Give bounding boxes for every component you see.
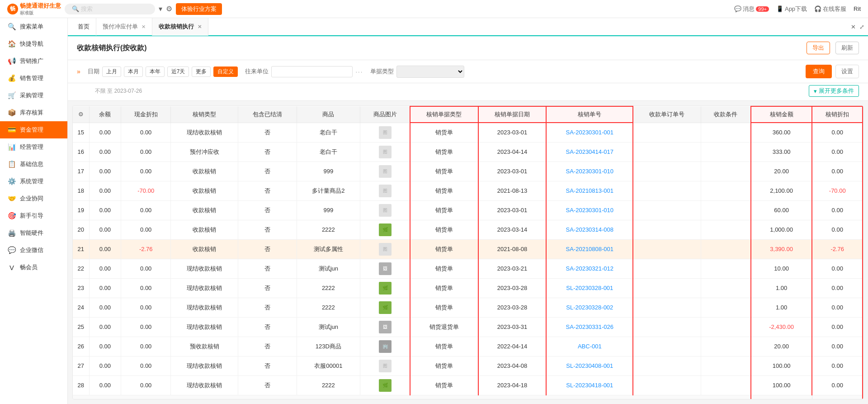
sidebar-item-wechat[interactable]: 💬 企业微信 [0, 242, 67, 259]
online-service-button[interactable]: 🎧 在线客服 [814, 5, 846, 13]
tab-close-receipt[interactable]: ✕ [198, 24, 202, 30]
export-button[interactable]: 导出 [807, 42, 830, 54]
sidebar-item-sales[interactable]: 💰 销售管理 [0, 70, 67, 87]
row-order-no [633, 259, 701, 278]
row-bill-date: 2023-03-31 [478, 317, 547, 337]
row-discount: 0.00 [812, 162, 863, 181]
refresh-button[interactable]: 刷新 [835, 42, 859, 54]
col-bill-date: 核销单据日期 [478, 106, 547, 123]
sidebar-item-finance[interactable]: 💳 资金管理 [0, 121, 67, 138]
row-type: 收款核销 [171, 220, 238, 239]
voucher-type-select[interactable] [396, 66, 464, 78]
col-settings[interactable]: ⚙ [73, 106, 89, 123]
date-7days-btn[interactable]: 近7天 [167, 67, 189, 77]
row-bill-no[interactable]: SA-20210813-001 [546, 181, 633, 200]
row-goods: 999 [297, 162, 360, 181]
row-balance: 0.00 [89, 200, 121, 220]
top-bar: 畅 畅捷通谱好生意 标准版 🔍 搜索 ▾ ⚙ 体验行业方案 💬 消息 99+ 📱… [0, 0, 868, 18]
table-row: 17 0.00 0.00 收款核销 否 999 图 销货单 2023-03-01… [73, 162, 863, 181]
sidebar-item-member[interactable]: V 畅会员 [0, 259, 67, 276]
row-goods: 多计量商品2 [297, 181, 360, 200]
filter-expand-icon[interactable]: » [77, 68, 80, 75]
tab-close-prepay[interactable]: ✕ [142, 24, 146, 30]
row-bill-no[interactable]: SL-20230328-001 [546, 278, 633, 298]
row-discount: 0.00 [812, 337, 863, 356]
footer-label [73, 395, 751, 399]
sidebar-item-collab[interactable]: 🤝 企业协同 [0, 190, 67, 207]
row-order-no [633, 317, 701, 337]
row-bill-no[interactable]: SL-20230418-001 [546, 375, 633, 395]
date-more-btn[interactable]: 更多 [192, 67, 211, 77]
sidebar-item-nav[interactable]: 🏠 快捷导航 [0, 35, 67, 52]
row-bill-no[interactable]: SA-20230321-012 [546, 259, 633, 278]
counterpart-more-icon[interactable]: ··· [355, 68, 363, 75]
date-range-text: 不限 至 2023-07-26 [95, 87, 142, 95]
sidebar-item-marketing[interactable]: 📢 营销推广 [0, 52, 67, 70]
date-custom-btn[interactable]: 自定义 [213, 67, 238, 77]
row-num: 19 [73, 200, 89, 220]
row-order-no [633, 181, 701, 200]
row-cash-discount: 0.00 [121, 317, 171, 337]
row-bill-date: 2023-03-01 [478, 200, 547, 220]
expand-conditions-button[interactable]: ▾ 展开更多条件 [809, 85, 859, 97]
row-cash-discount: 0.00 [121, 337, 171, 356]
data-table-container[interactable]: ⚙ 余额 现金折扣 核销类型 包含已结清 商品 商品图片 核销单据类型 核销单据… [72, 105, 863, 399]
top-search-box[interactable]: 🔍 搜索 [65, 4, 155, 14]
gear-icon[interactable]: ⚙ [166, 5, 172, 13]
sidebar-item-system[interactable]: ⚙️ 系统管理 [0, 173, 67, 190]
date-this-year-btn[interactable]: 本年 [146, 67, 165, 77]
row-bill-no[interactable]: ABC-001 [546, 337, 633, 356]
row-bill-no[interactable]: SL-20230408-001 [546, 356, 633, 375]
row-goods-img: 🏢 [360, 337, 410, 356]
row-bill-date: 2023-03-28 [478, 278, 547, 298]
message-icon: 💬 [734, 5, 741, 12]
maximize-icon[interactable]: ⤢ [859, 24, 864, 30]
row-bill-no[interactable]: SL-20230328-002 [546, 298, 633, 317]
sidebar-item-management[interactable]: 📊 经营管理 [0, 138, 67, 156]
row-bill-no[interactable]: SA-20230301-010 [546, 162, 633, 181]
printer-icon: 🖨️ [7, 229, 16, 237]
messages-button[interactable]: 💬 消息 99+ [734, 5, 769, 13]
row-order-no [633, 337, 701, 356]
row-bill-no[interactable]: SA-20230414-017 [546, 142, 633, 162]
sidebar-item-hardware[interactable]: 🖨️ 智能硬件 [0, 224, 67, 242]
row-type: 预付冲应收 [171, 142, 238, 162]
tab-home[interactable]: 首页 [71, 18, 96, 36]
counterpart-input[interactable] [271, 66, 353, 77]
date-this-month-btn[interactable]: 本月 [124, 67, 143, 77]
sidebar-item-search[interactable]: 🔍 搜索菜单 [0, 18, 67, 35]
user-name[interactable]: Rit [854, 5, 861, 12]
row-bill-no[interactable]: SA-20230331-026 [546, 317, 633, 337]
row-bill-no[interactable]: SA-20230301-001 [546, 123, 633, 142]
row-bill-type: 销货单 [410, 298, 478, 317]
app-download-button[interactable]: 📱 App下载 [776, 5, 807, 13]
sidebar-item-guide[interactable]: 🎯 新手引导 [0, 207, 67, 224]
tab-receipt[interactable]: 收款核销执行 ✕ [152, 18, 208, 36]
row-num: 23 [73, 278, 89, 298]
row-amount: 1.00 [751, 298, 812, 317]
row-balance: 0.00 [89, 337, 121, 356]
page-content: 收款核销执行(按收款) 导出 刷新 » 日期 上月 本月 本年 近7天 更多 自… [68, 36, 868, 404]
settings-icon[interactable]: ▾ [159, 5, 162, 13]
row-num: 27 [73, 356, 89, 375]
solution-button[interactable]: 体验行业方案 [176, 3, 222, 15]
query-button[interactable]: 查询 [806, 65, 832, 78]
date-prev-month-btn[interactable]: 上月 [102, 67, 121, 77]
row-bill-no[interactable]: SA-20230301-010 [546, 200, 633, 220]
sidebar-item-purchase[interactable]: 🛒 采购管理 [0, 87, 67, 104]
row-cash-discount: 0.00 [121, 220, 171, 239]
filter-actions: 查询 设置 [806, 65, 859, 78]
setting-button[interactable]: 设置 [835, 65, 859, 78]
sidebar-item-basic-info[interactable]: 📋 基础信息 [0, 156, 67, 173]
sidebar-item-inventory[interactable]: 📦 库存核算 [0, 104, 67, 121]
chart-icon: 📊 [7, 143, 16, 151]
close-window-icon[interactable]: ✕ [851, 24, 856, 30]
money-icon: 💰 [7, 74, 16, 82]
phone-icon: 📱 [776, 5, 783, 12]
row-bill-no[interactable]: SA-20210808-001 [546, 239, 633, 259]
tab-prepay[interactable]: 预付冲应付单 ✕ [96, 18, 152, 36]
column-settings-icon[interactable]: ⚙ [78, 111, 84, 118]
row-goods-img: 图 [360, 239, 410, 259]
row-bill-no[interactable]: SA-20230314-008 [546, 220, 633, 239]
row-goods: 测试jun [297, 317, 360, 337]
